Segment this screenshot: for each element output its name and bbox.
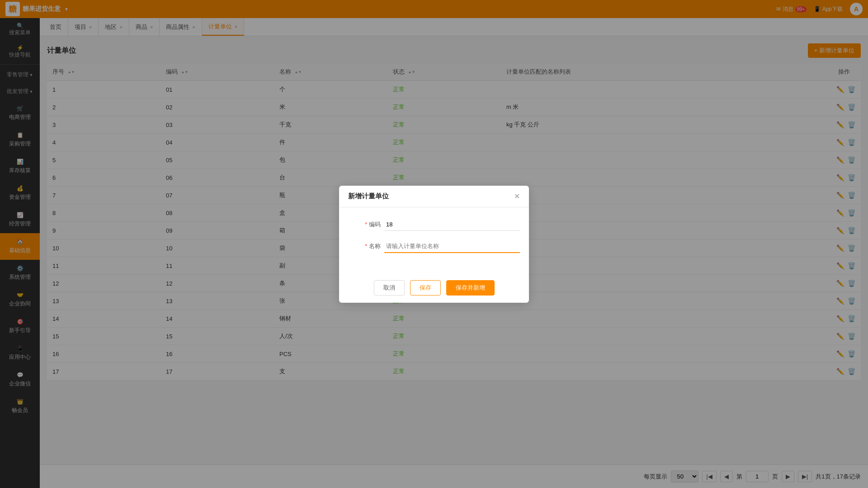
modal-header: 新增计量单位 ✕ [339,186,529,207]
code-label: 编码 [348,221,384,229]
modal-overlay: 新增计量单位 ✕ 编码 名称 取消 保存 保存并新增 [0,0,868,488]
save-new-button[interactable]: 保存并新增 [446,280,495,296]
save-button[interactable]: 保存 [410,280,441,296]
modal-footer: 取消 保存 保存并新增 [339,273,529,303]
cancel-button[interactable]: 取消 [374,280,405,296]
name-input[interactable] [384,240,520,253]
app-container: 糖 糖果进货生意 ▼ ✉ 消息 99+ 📱 App下载 A 🔍 [0,0,868,488]
modal-title: 新增计量单位 [348,192,389,201]
code-form-row: 编码 [348,218,520,231]
code-input[interactable] [384,218,520,231]
modal-close-icon[interactable]: ✕ [514,192,520,201]
modal-body: 编码 名称 [339,207,529,273]
name-form-row: 名称 [348,240,520,253]
name-label: 名称 [348,242,384,250]
add-unit-modal: 新增计量单位 ✕ 编码 名称 取消 保存 保存并新增 [339,186,529,303]
